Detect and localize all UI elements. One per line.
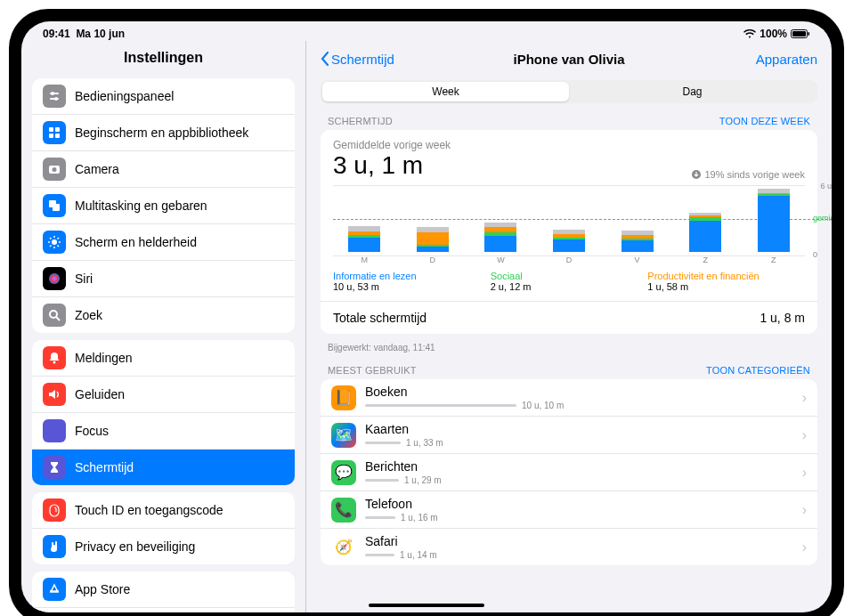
total-label: Totale schermtijd (333, 311, 426, 325)
sidebar-item-focus[interactable]: Focus (32, 413, 295, 450)
svg-rect-14 (53, 204, 60, 211)
svg-point-15 (52, 239, 57, 245)
sidebar-item-label: Camera (75, 162, 119, 176)
sidebar-item-display[interactable]: Scherm en helderheid (32, 224, 295, 261)
show-this-week-link[interactable]: TOON DEZE WEEK (719, 116, 810, 126)
svg-rect-8 (55, 127, 60, 132)
segment-day[interactable]: Dag (569, 82, 816, 101)
segmented-control[interactable]: Week Dag (321, 80, 817, 103)
settings-sidebar: Instellingen BedieningspaneelBeginscherm… (21, 41, 306, 612)
siri-icon (43, 267, 66, 290)
app-icon: 🗺️ (331, 423, 356, 448)
section-most-used-header: MEEST GEBRUIKT (328, 365, 417, 376)
screentime-card: Gemiddelde vorige week 3 u, 1 m 19% sind… (321, 130, 817, 334)
app-row-boeken[interactable]: 📙Boeken10 u, 10 m› (321, 379, 817, 417)
sidebar-item-label: Multitasking en gebaren (75, 199, 207, 213)
app-row-telefoon[interactable]: 📞Telefoon1 u, 16 m› (321, 491, 817, 529)
chevron-right-icon: › (802, 390, 807, 406)
svg-line-23 (58, 238, 60, 239)
app-icon: 📙 (331, 385, 356, 410)
svg-line-22 (50, 246, 52, 247)
battery-icon (791, 29, 810, 38)
svg-point-12 (53, 167, 57, 172)
app-icon: 📞 (331, 498, 356, 523)
sun-icon (43, 231, 66, 254)
app-row-berichten[interactable]: 💬Berichten1 u, 29 m› (321, 454, 817, 491)
devices-button[interactable]: Apparaten (756, 52, 817, 67)
app-row-kaarten[interactable]: 🗺️Kaarten1 u, 33 m› (321, 417, 817, 454)
svg-line-26 (56, 317, 60, 320)
sidebar-item-label: App Store (75, 582, 130, 596)
sidebar-item-appstore[interactable]: App Store (32, 571, 295, 608)
app-row-safari[interactable]: 🧭Safari1 u, 14 m› (321, 529, 817, 565)
chevron-right-icon: › (802, 539, 807, 555)
svg-point-27 (53, 361, 56, 364)
segment-week[interactable]: Week (322, 82, 569, 101)
sidebar-item-label: Zoek (75, 308, 102, 322)
category-cat-orange[interactable]: Productiviteit en financiën1 u, 58 m (647, 271, 805, 292)
appstore-icon (43, 578, 66, 601)
category-cat-teal[interactable]: Sociaal2 u, 12 m (491, 271, 648, 292)
sidebar-item-label: Touch ID en toegangscode (75, 503, 223, 517)
sidebar-item-label: Beginscherm en appbibliotheek (75, 126, 248, 140)
camera-icon (43, 158, 66, 181)
sidebar-item-camera[interactable]: Camera (32, 151, 295, 188)
sidebar-title: Instellingen (21, 41, 305, 71)
sidebar-item-privacy[interactable]: Privacy en beveiliging (32, 529, 295, 564)
sidebar-item-multitask[interactable]: Multitasking en gebaren (32, 188, 295, 224)
category-cat-blue[interactable]: Informatie en lezen10 u, 53 m (333, 271, 491, 292)
main-pane: Schermtijd iPhone van Olivia Apparaten W… (306, 41, 832, 612)
sidebar-item-label: Focus (75, 424, 109, 438)
delta-label: 19% sinds vorige week (692, 169, 805, 180)
section-schermtijd-header: SCHERMTIJD (328, 116, 393, 126)
updated-note: Bijgewerkt: vandaag, 11:41 (306, 343, 832, 360)
app-icon: 💬 (331, 460, 356, 485)
sidebar-item-label: Scherm en helderheid (75, 235, 197, 249)
sidebar-item-label: Bedieningspaneel (75, 89, 174, 103)
sidebar-item-label: Geluiden (75, 387, 125, 401)
bell-icon (43, 346, 66, 369)
sidebar-item-sound[interactable]: Geluiden (32, 377, 295, 413)
sidebar-item-label: Privacy en beveiliging (75, 539, 195, 554)
sidebar-item-label: Siri (75, 272, 93, 286)
square2-icon (43, 194, 66, 217)
search-icon (43, 304, 66, 327)
svg-rect-9 (49, 134, 53, 138)
back-button[interactable]: Schermtijd (321, 52, 394, 67)
sidebar-item-label: Schermtijd (75, 460, 134, 474)
down-arrow-icon (692, 170, 701, 179)
finger-icon (43, 498, 66, 522)
avg-label: Gemiddelde vorige week (333, 139, 451, 151)
svg-point-5 (51, 92, 54, 95)
show-categories-link[interactable]: TOON CATEGORIEËN (706, 365, 810, 376)
sidebar-item-touchid[interactable]: Touch ID en toegangscode (32, 492, 295, 529)
total-row[interactable]: Totale schermtijd 1 u, 8 m (321, 301, 817, 334)
usage-chart: gemid. 6 u 0 MDWDVZZ (333, 185, 805, 256)
sidebar-item-control[interactable]: Bedieningspaneel (32, 78, 295, 115)
home-indicator[interactable] (369, 604, 484, 607)
moon-icon (43, 419, 66, 442)
sidebar-item-zoek[interactable]: Zoek (32, 297, 295, 333)
avg-value: 3 u, 1 m (333, 151, 451, 180)
svg-rect-7 (49, 127, 53, 132)
sidebar-item-gamecenter[interactable]: Game Center (32, 608, 295, 612)
svg-point-6 (54, 97, 58, 101)
wifi-icon (743, 29, 756, 38)
chevron-right-icon: › (802, 502, 807, 518)
svg-point-25 (50, 311, 57, 318)
sidebar-item-screentime[interactable]: Schermtijd (32, 450, 295, 485)
svg-rect-10 (55, 134, 60, 138)
svg-line-21 (58, 246, 60, 247)
svg-rect-2 (808, 32, 810, 36)
sidebar-item-home[interactable]: Beginscherm en appbibliotheek (32, 115, 295, 151)
hand-icon (43, 535, 66, 558)
status-bar: 09:41 Ma 10 jun 100% (21, 21, 832, 41)
chevron-right-icon: › (802, 465, 807, 481)
apps-icon (43, 121, 66, 144)
total-value: 1 u, 8 m (760, 311, 805, 325)
svg-rect-1 (792, 31, 806, 36)
sliders-icon (43, 85, 66, 108)
sidebar-item-notif[interactable]: Meldingen (32, 340, 295, 377)
sidebar-item-siri[interactable]: Siri (32, 261, 295, 297)
chevron-right-icon: › (802, 427, 807, 443)
